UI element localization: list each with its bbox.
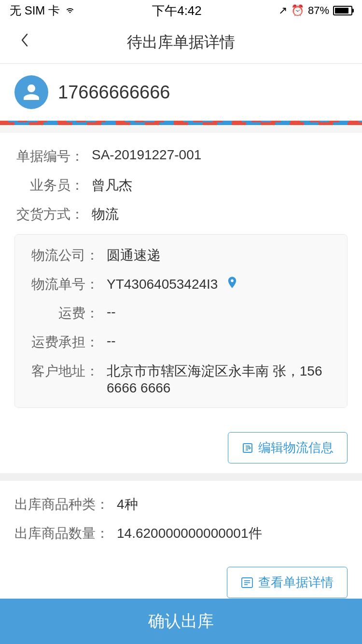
delivery-value: 物流 (92, 205, 348, 224)
goods-quantity-label: 出库商品数量： (14, 524, 117, 543)
logistics-company-value: 圆通速递 (107, 246, 333, 265)
page-title: 待出库单据详情 (127, 32, 235, 53)
freight-label: 运费： (29, 304, 107, 322)
order-number-value: SA-20191227-001 (92, 147, 348, 163)
confirm-btn-wrapper: 确认出库 (0, 599, 362, 644)
goods-quantity-value: 14.620000000000001件 (117, 524, 348, 543)
freight-bear-value: -- (107, 333, 333, 349)
goods-section: 出库商品种类： 4种 出库商品数量： 14.620000000000001件 (0, 481, 362, 557)
edit-logistics-button[interactable]: 编辑物流信息 (228, 432, 348, 463)
goods-types-label: 出库商品种类： (14, 495, 117, 514)
alarm-icon: ⏰ (291, 4, 304, 17)
customer-phone: 17666666666 (58, 82, 170, 103)
freight-bear-row: 运费承担： -- (29, 333, 333, 351)
address-value: 北京市市辖区海淀区永丰南 张，156 6666 6666 (107, 362, 333, 396)
freight-bear-label: 运费承担： (29, 333, 107, 351)
customer-header: 17666666666 (0, 64, 362, 122)
status-right: ↗ ⏰ 87% (278, 4, 352, 17)
address-row: 客户地址： 北京市市辖区海淀区永丰南 张，156 6666 6666 (29, 362, 333, 396)
tracking-location-icon[interactable] (225, 275, 239, 293)
status-left: 无 SIM 卡 (10, 3, 75, 18)
battery-icon (333, 6, 352, 15)
confirm-outbound-button[interactable]: 确认出库 (14, 610, 348, 632)
delivery-row: 交货方式： 物流 (14, 205, 348, 224)
logistics-company-label: 物流公司： (29, 246, 107, 265)
logistics-tracking-label: 物流单号： (29, 275, 107, 294)
logistics-tracking-row: 物流单号： YT43064053424I3 (29, 275, 333, 294)
salesman-label: 业务员： (14, 176, 92, 195)
time-text: 下午4:42 (152, 2, 202, 19)
logistics-tracking-value: YT43064053424I3 (107, 275, 333, 293)
logistics-company-row: 物流公司： 圆通速递 (29, 246, 333, 265)
back-button[interactable] (14, 26, 36, 59)
address-label: 客户地址： (29, 362, 107, 380)
goods-types-row: 出库商品种类： 4种 (14, 495, 348, 514)
order-info-section: 单据编号： SA-20191227-001 业务员： 曾凡杰 交货方式： 物流 … (0, 133, 362, 422)
battery-percent: 87% (308, 4, 329, 17)
view-details-button[interactable]: 查看单据详情 (227, 567, 348, 598)
avatar (14, 75, 48, 109)
status-bar: 无 SIM 卡 下午4:42 ↗ ⏰ 87% (0, 0, 362, 21)
salesman-row: 业务员： 曾凡杰 (14, 176, 348, 195)
freight-value: -- (107, 304, 333, 320)
dashed-divider (0, 122, 362, 125)
carrier-text: 无 SIM 卡 (10, 3, 60, 18)
salesman-value: 曾凡杰 (92, 176, 348, 195)
goods-quantity-row: 出库商品数量： 14.620000000000001件 (14, 524, 348, 543)
order-number-label: 单据编号： (14, 147, 92, 166)
order-number-row: 单据编号： SA-20191227-001 (14, 147, 348, 166)
nav-bar: 待出库单据详情 (0, 21, 362, 64)
edit-logistics-wrapper: 编辑物流信息 (0, 422, 362, 473)
logistics-card: 物流公司： 圆通速递 物流单号： YT43064053424I3 运费： -- (14, 234, 348, 408)
section-divider (0, 473, 362, 481)
location-status-icon: ↗ (278, 4, 287, 17)
wifi-icon (65, 4, 75, 17)
goods-types-value: 4种 (117, 495, 348, 514)
view-details-label: 查看单据详情 (258, 574, 334, 591)
freight-row: 运费： -- (29, 304, 333, 322)
edit-logistics-label: 编辑物流信息 (258, 439, 334, 456)
delivery-label: 交货方式： (14, 205, 92, 224)
